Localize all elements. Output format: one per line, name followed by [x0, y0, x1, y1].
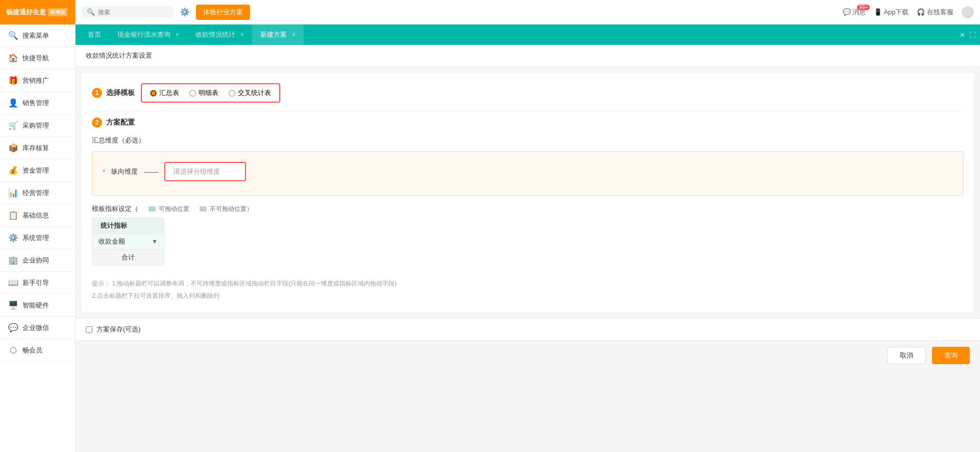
section1-title: 选择模板: [106, 88, 135, 98]
logo-text: 畅捷通好生意: [6, 8, 46, 17]
required-star: *: [103, 168, 105, 176]
topbar: 🔍 ⚙️ 体验行业方案 💬 消息 99+ 📱 App下载 🎧 在线客服: [76, 0, 980, 25]
tab-label-receipt: 收款情况统计: [195, 30, 235, 39]
radio-label-detail: 明细表: [199, 88, 218, 98]
message-badge[interactable]: 💬 消息 99+: [843, 8, 866, 17]
service-label: 在线客服: [927, 8, 953, 16]
sidebar-item-quick-nav[interactable]: 🏠快捷导航: [0, 47, 75, 69]
radio-detail[interactable]: [189, 90, 196, 97]
inventory-icon: 📦: [8, 143, 18, 153]
query-button[interactable]: 查询: [932, 347, 970, 364]
operation-label: 经营管理: [22, 188, 49, 198]
metrics-label: 模板指标设定（: [92, 204, 138, 213]
sales-icon: 👤: [8, 98, 18, 108]
sidebar-item-smart-hw[interactable]: 🖥️智能硬件: [0, 294, 75, 317]
topbar-right: 💬 消息 99+ 📱 App下载 🎧 在线客服: [843, 6, 974, 18]
arrow-icon: ——: [144, 168, 158, 176]
save-checkbox[interactable]: [86, 326, 92, 333]
nav-tab-receipt[interactable]: 收款情况统计×: [187, 25, 252, 45]
message-icon: 💬: [843, 8, 851, 16]
sidebar-item-marketing[interactable]: 🎁营销推广: [0, 69, 75, 92]
sidebar-item-system[interactable]: ⚙️系统管理: [0, 227, 75, 249]
metrics-row[interactable]: 收款金额 ▼: [92, 234, 164, 249]
sidebar-item-sales[interactable]: 👤销售管理: [0, 92, 75, 114]
sidebar-item-enterprise[interactable]: 🏢企业协同: [0, 249, 75, 272]
sidebar-item-newbie[interactable]: 📖新手引导: [0, 272, 75, 294]
section1-row: 1 选择模板 汇总表明细表交叉统计表: [92, 83, 964, 103]
metric-dropdown-icon[interactable]: ▼: [152, 238, 158, 245]
tab-close-new-plan[interactable]: ×: [292, 31, 296, 38]
sidebar-item-basic-info[interactable]: 📋基础信息: [0, 204, 75, 227]
template-option-summary[interactable]: 汇总表: [150, 88, 179, 98]
nav-tab-home[interactable]: 首页: [80, 25, 109, 45]
smart-hw-icon: 🖥️: [8, 300, 18, 310]
quick-nav-icon: 🏠: [8, 53, 18, 63]
sidebar-item-finance[interactable]: 💰资金管理: [0, 159, 75, 182]
sidebar-item-purchase[interactable]: 🛒采购管理: [0, 114, 75, 137]
inventory-label: 库存核算: [22, 144, 49, 153]
enterprise-icon: 🏢: [8, 255, 18, 265]
metrics-table: 统计指标 收款金额 ▼ 合计: [92, 218, 164, 266]
vertical-dim-row: * 纵向维度 —— 请选择分组维度: [103, 162, 953, 181]
metrics-subtotal: 合计: [92, 249, 164, 265]
user-avatar[interactable]: [962, 6, 974, 18]
marketing-label: 营销推广: [22, 76, 49, 85]
save-label[interactable]: 方案保存(可选): [96, 325, 141, 334]
sales-label: 销售管理: [22, 99, 49, 108]
config-section: 汇总维度（必选） * 纵向维度 —— 请选择分组维度 模板指标设定（: [92, 136, 964, 302]
radio-label-summary: 汇总表: [159, 88, 179, 98]
finance-icon: 💰: [8, 165, 18, 175]
search-menu-label: 搜索菜单: [22, 31, 49, 40]
system-icon: ⚙️: [8, 233, 18, 243]
draggable-text: 可拖动位置: [159, 205, 189, 213]
template-option-cross[interactable]: 交叉统计表: [229, 88, 271, 98]
sidebar: 畅捷通好生意 标准版 🔍搜索菜单🏠快捷导航🎁营销推广👤销售管理🛒采购管理📦库存核…: [0, 0, 76, 452]
metric-name: 收款金额: [99, 237, 148, 246]
sidebar-item-search-menu[interactable]: 🔍搜索菜单: [0, 25, 75, 47]
template-selection: 汇总表明细表交叉统计表: [141, 83, 280, 103]
sidebar-item-operation[interactable]: 📊经营管理: [0, 182, 75, 204]
enterprise-label: 企业协同: [22, 256, 49, 265]
system-label: 系统管理: [22, 233, 49, 243]
close-window-icon[interactable]: ✕: [960, 31, 965, 39]
smart-hw-label: 智能硬件: [22, 301, 49, 310]
nav-tab-new-plan[interactable]: 新建方案×: [252, 25, 304, 45]
cancel-button[interactable]: 取消: [887, 347, 926, 364]
content-area: 收款情况统计方案设置 1 选择模板 汇总表明细表交叉统计表 2 方案配置 汇总维…: [76, 45, 980, 452]
finance-label: 资金管理: [22, 166, 49, 175]
nav-tab-bank[interactable]: 现金银行流水查询×: [109, 25, 187, 45]
badge-count: 99+: [857, 5, 870, 10]
template-option-detail[interactable]: 明细表: [189, 88, 218, 98]
radio-cross[interactable]: [229, 90, 235, 97]
tab-close-receipt[interactable]: ×: [240, 31, 244, 38]
main-card: 1 选择模板 汇总表明细表交叉统计表 2 方案配置 汇总维度（必选） * 纵向: [82, 73, 974, 312]
app-download[interactable]: 📱 App下载: [874, 8, 909, 17]
tips-section: 提示： 1.拖动标题栏可以调整布局，不可跨维度或指标区域拖动栏目字段(只能在同一…: [92, 277, 964, 302]
industry-btn[interactable]: 体验行业方案: [196, 5, 250, 20]
marketing-icon: 🎁: [8, 76, 18, 85]
newbie-label: 新手引导: [22, 278, 49, 288]
basic-info-label: 基础信息: [22, 211, 49, 220]
logo-tag: 标准版: [48, 8, 67, 16]
nav-tabs: 首页现金银行流水查询×收款情况统计×新建方案×✕⛶: [76, 25, 980, 45]
footer-bar: 取消 查询: [76, 340, 980, 370]
operation-icon: 📊: [8, 188, 18, 198]
wechat-icon: 💬: [8, 323, 18, 332]
group-dimension-select[interactable]: 请选择分组维度: [164, 162, 246, 181]
non-draggable-text: 不可拖动位置）: [210, 205, 253, 213]
tab-close-bank[interactable]: ×: [176, 31, 179, 38]
radio-label-cross: 交叉统计表: [238, 88, 271, 98]
maximize-icon[interactable]: ⛶: [969, 31, 976, 39]
settings-icon[interactable]: ⚙️: [180, 7, 190, 17]
online-service[interactable]: 🎧 在线客服: [917, 8, 953, 17]
sidebar-item-member[interactable]: ⬡畅会员: [0, 339, 75, 362]
sidebar-item-wechat[interactable]: 💬企业微信: [0, 317, 75, 339]
sidebar-item-inventory[interactable]: 📦库存核算: [0, 137, 75, 159]
metrics-header: 模板指标设定（ 可拖动位置 不可拖动位置）: [92, 204, 964, 213]
section2-number: 2: [92, 117, 102, 128]
radio-summary[interactable]: [150, 90, 157, 97]
vertical-label: 纵向维度: [111, 167, 138, 176]
search-box[interactable]: 🔍: [82, 6, 174, 18]
dimension-area: * 纵向维度 —— 请选择分组维度: [92, 151, 964, 196]
search-input[interactable]: [98, 9, 164, 16]
